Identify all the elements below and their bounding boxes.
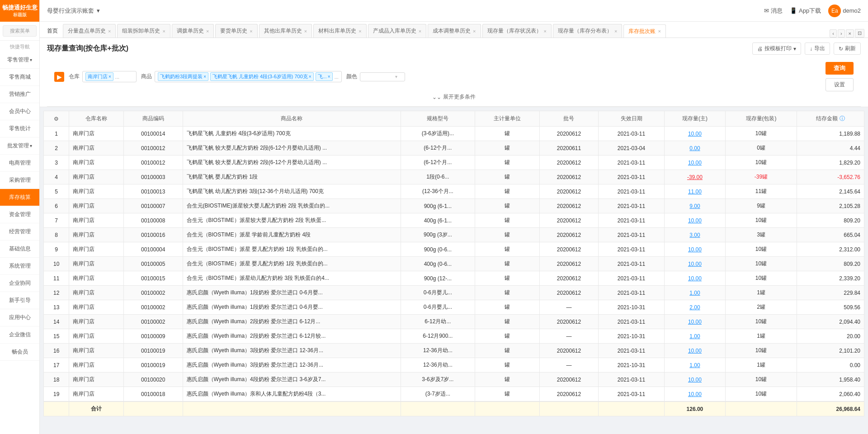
sidebar-item-8[interactable]: 库存核算 — [0, 189, 39, 206]
tab-menu[interactable]: ⊡ — [855, 29, 864, 38]
sidebar-item-7[interactable]: 采购管理 — [0, 172, 39, 189]
warehouse-tag-container[interactable]: 南岸门店 × ... — [82, 71, 137, 82]
tab-close-7[interactable]: × — [419, 28, 421, 34]
app-download-btn[interactable]: 📱 App下载 — [790, 7, 821, 15]
tab-item-10[interactable]: 现存量（库存分布表）× — [553, 24, 622, 38]
query-button[interactable]: 查询 — [826, 62, 854, 75]
sidebar-item-3[interactable]: 会员中心 — [0, 103, 39, 120]
refresh-button[interactable]: ↻ 刷新 — [834, 42, 861, 55]
cell-r2-c8[interactable]: 10.00 — [664, 156, 725, 170]
col-header-0[interactable]: ⚙ — [44, 111, 69, 127]
expand-more-button[interactable]: ⌄⌄ 展开更多条件 — [432, 93, 476, 101]
cell-r5-c4: 900g (6-1... — [401, 199, 475, 213]
cell-r18-c8[interactable]: 10.00 — [664, 387, 725, 402]
tab-close-9[interactable]: × — [544, 28, 547, 34]
sidebar-item-17[interactable]: 畅会员 — [0, 344, 39, 361]
sidebar-item-10[interactable]: 经营管理 — [0, 223, 39, 241]
tab-close-3[interactable]: × — [206, 28, 209, 34]
product-tag-container[interactable]: 飞鹤奶粉3段两提装 × 飞鹤星飞帆 儿童奶粉 4段(3-6岁适用) 700克 ×… — [155, 71, 342, 82]
cell-r10-c8[interactable]: 10.00 — [664, 271, 725, 286]
tab-item-6[interactable]: 材料出库单历史× — [313, 24, 366, 38]
product-more[interactable]: ... — [335, 74, 339, 80]
sidebar-item-9[interactable]: 资金管理 — [0, 206, 39, 223]
sidebar-item-5[interactable]: 批发管理▾ — [0, 137, 39, 155]
sidebar-item-15[interactable]: 应用中心 — [0, 309, 39, 326]
sidebar-item-4[interactable]: 零售统计 — [0, 120, 39, 137]
avatar: Ea — [828, 5, 841, 17]
sidebar-item-11[interactable]: 基础信息 — [0, 241, 39, 258]
col-header-10[interactable]: 结存金额 ⓘ — [797, 111, 864, 127]
sidebar-item-14[interactable]: 新手引导 — [0, 292, 39, 309]
warehouse-more[interactable]: ... — [115, 74, 119, 80]
tab-item-4[interactable]: 要货单历史× — [215, 24, 257, 38]
cell-r17-c8[interactable]: 10.00 — [664, 373, 725, 387]
tab-close-current[interactable]: × — [846, 29, 854, 38]
tab-close-4[interactable]: × — [250, 28, 252, 34]
sidebar-item-13[interactable]: 企业协同 — [0, 275, 39, 292]
filter-expand-button[interactable]: ▶ — [54, 72, 64, 82]
cell-r3-c2: 00100003 — [123, 170, 183, 184]
tab-item-3[interactable]: 调拨单历史× — [172, 24, 214, 38]
user-area[interactable]: Ea demo2 — [828, 5, 861, 17]
cell-r11-c8[interactable]: 1.00 — [664, 286, 725, 300]
cell-r6-c8[interactable]: 10.00 — [664, 213, 725, 228]
cell-r18-c9: 10罐 — [726, 387, 797, 402]
tab-arrow-right[interactable]: › — [838, 29, 845, 38]
cell-r11-c0: 12 — [44, 286, 69, 300]
tab-item-8[interactable]: 成本调整单历史× — [428, 24, 481, 38]
sidebar-item-12[interactable]: 系统管理 — [0, 258, 39, 275]
tab-item-7[interactable]: 产成品入库单历史× — [368, 24, 426, 38]
sidebar-item-2[interactable]: 营销推广 — [0, 86, 39, 103]
warehouse-tag-close[interactable]: × — [108, 74, 111, 79]
tab-arrow-left[interactable]: ‹ — [830, 29, 837, 38]
tab-item-5[interactable]: 其他出库单历史× — [259, 24, 312, 38]
cell-r13-c8[interactable]: 10.00 — [664, 315, 725, 329]
cell-r0-c8[interactable]: 10.00 — [664, 127, 725, 141]
cell-r12-c8[interactable]: 2.00 — [664, 300, 725, 315]
export-button[interactable]: ↓ 导出 — [805, 42, 830, 55]
tab-close-5[interactable]: × — [304, 28, 307, 34]
quick-nav-label[interactable]: 快捷导航 — [0, 41, 39, 52]
cell-r3-c8[interactable]: -39.00 — [664, 170, 725, 184]
tab-close-10[interactable]: × — [614, 28, 617, 34]
tab-close-1[interactable]: × — [108, 28, 111, 34]
tab-item-1[interactable]: 分量盘点单历史× — [63, 24, 116, 38]
cell-r16-c8[interactable]: 1.00 — [664, 358, 725, 373]
tab-item-9[interactable]: 现存量（库存状况表）× — [482, 24, 552, 38]
cell-r14-c8[interactable]: 1.00 — [664, 329, 725, 344]
product-tag-1-close[interactable]: × — [309, 74, 311, 79]
tab-item-11[interactable]: 库存批次账× — [623, 24, 665, 38]
tab-close-8[interactable]: × — [473, 28, 476, 34]
cell-r13-c4: 6-12月幼... — [401, 315, 475, 329]
settings-button[interactable]: 设置 — [826, 78, 854, 91]
tab-close-11[interactable]: × — [658, 28, 660, 34]
sidebar-item-0[interactable]: 零售管理▾ — [0, 52, 39, 69]
product-tag-0-close[interactable]: × — [203, 74, 206, 79]
cell-r2-c9: 10罐 — [726, 156, 797, 170]
product-tag-2-close[interactable]: × — [328, 74, 330, 79]
cell-r9-c10: 809.20 — [797, 257, 864, 271]
tab-close-2[interactable]: × — [162, 28, 165, 34]
message-btn[interactable]: ✉ 消息 — [764, 7, 783, 15]
cell-r5-c8[interactable]: 9.00 — [664, 199, 725, 213]
tab-close-6[interactable]: × — [359, 28, 361, 34]
footer-cell-9 — [726, 401, 797, 416]
cell-r9-c8[interactable]: 10.00 — [664, 257, 725, 271]
sidebar-item-16[interactable]: 企业微信 — [0, 326, 39, 344]
industry-selector-label[interactable]: 母婴行业演示账套 — [47, 7, 94, 15]
color-tag-container[interactable]: ▾ — [360, 72, 405, 81]
cell-r8-c8[interactable]: 10.00 — [664, 242, 725, 257]
sidebar-item-1[interactable]: 零售商城 — [0, 69, 39, 86]
print-button[interactable]: 🖨 按模板打印 ▾ — [752, 42, 801, 55]
settings-gear-icon[interactable]: ⚙ — [54, 116, 59, 122]
tab-item-2[interactable]: 组装拆卸单历史× — [117, 24, 170, 38]
cell-r3-c1: 南岸门店 — [69, 170, 124, 184]
cell-r7-c8[interactable]: 3.00 — [664, 228, 725, 242]
sidebar-item-6[interactable]: 电商管理 — [0, 155, 39, 172]
tab-item-0[interactable]: 首页 — [43, 24, 61, 38]
cell-r4-c8[interactable]: 11.00 — [664, 184, 725, 199]
table-row: 8南岸门店00100016合生元（BIOSTIME）派星 学龄前儿童配方奶粉 4… — [44, 228, 864, 242]
cell-r15-c8[interactable]: 10.00 — [664, 344, 725, 358]
cell-r1-c8[interactable]: 0.00 — [664, 141, 725, 156]
search-single-label[interactable]: 搜索英单 — [3, 25, 37, 37]
